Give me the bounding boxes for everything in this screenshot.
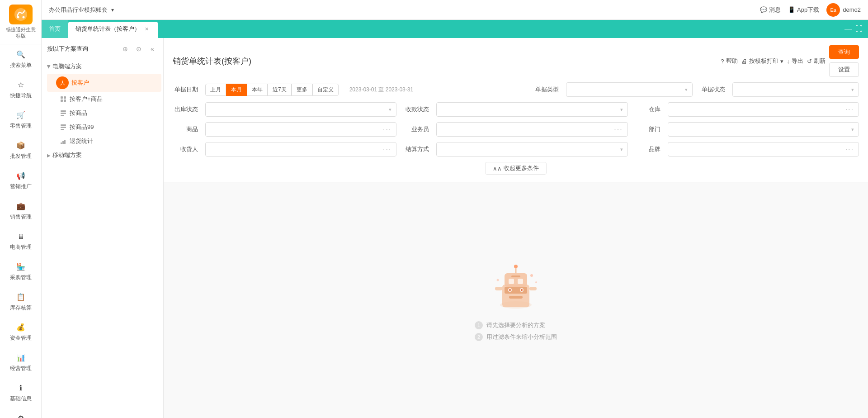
tab-close-button[interactable]: ✕: [143, 25, 150, 33]
svg-rect-4: [64, 96, 66, 99]
date-btn-last7days[interactable]: 近7天: [268, 84, 292, 96]
tree-item-by-customer[interactable]: 人 按客户: [47, 74, 161, 92]
query-buttons: 查询 设置: [829, 45, 859, 77]
by-customer-active-icon: 人: [56, 76, 69, 89]
sidebar-item-quick-nav[interactable]: ☆ 快捷导航: [0, 75, 41, 105]
date-range: 2023-03-01 至 2023-03-31: [349, 86, 413, 94]
sidebar-item-retail[interactable]: 🛒 零售管理: [0, 105, 41, 135]
filter-row-3: 商品 ··· 业务员 ··· 部门 ▾: [173, 122, 859, 137]
home-tab-label: 首页: [49, 25, 61, 33]
svg-point-32: [530, 274, 533, 277]
svg-point-1: [17, 16, 19, 19]
refresh-scheme-button[interactable]: ⊙: [133, 43, 144, 54]
user-area[interactable]: Ea demo2: [826, 3, 861, 17]
setting-button[interactable]: 设置: [829, 62, 859, 77]
doc-type-select[interactable]: ▾: [566, 82, 693, 97]
tree-item-return-stats[interactable]: 退货统计: [47, 134, 161, 148]
settle-method-select[interactable]: ▾: [436, 142, 627, 157]
sidebar-basic-label: 基础信息: [10, 395, 32, 403]
message-button[interactable]: 💬 消息: [760, 6, 781, 14]
empty-illustration: [489, 260, 543, 314]
tab-home[interactable]: 首页: [42, 20, 68, 38]
tree-item-by-customer-product[interactable]: 按客户+商品: [47, 92, 161, 106]
sidebar-search-label: 搜索菜单: [10, 62, 32, 69]
add-scheme-button[interactable]: ⊕: [120, 43, 131, 54]
logo-area: 畅捷通好生意 标版: [0, 0, 41, 44]
topbar-dropdown[interactable]: ▾: [111, 7, 114, 13]
date-btn-custom[interactable]: 自定义: [312, 84, 339, 96]
sidebar-item-search[interactable]: 🔍 搜索菜单: [0, 44, 41, 75]
salesperson-dots-icon: ···: [614, 125, 623, 133]
collapse-button[interactable]: ∧∧ 收起更多条件: [485, 162, 547, 175]
product-dots-icon: ···: [383, 125, 392, 133]
sidebar-item-marketing[interactable]: 📢 营销推广: [0, 166, 41, 196]
filter-row-2: 出库状态 ▾ 收款状态 ▾ 仓库 ···: [173, 102, 859, 117]
refresh-button[interactable]: ↺ 刷新: [807, 57, 826, 65]
date-btn-more[interactable]: 更多: [292, 84, 312, 96]
doc-status-select[interactable]: ▾: [732, 82, 859, 97]
query-button[interactable]: 查询: [829, 45, 859, 59]
empty-tips: 1 请先选择要分析的方案 2 用过滤条件来缩小分析范围: [475, 321, 557, 341]
filter-row-1: 单据日期 上月 本月 本年 近7天 更多 自定义 2023-03-01 至 20…: [173, 82, 859, 97]
tab-maximize-button[interactable]: ⛶: [855, 25, 863, 33]
content-area: 按以下方案查询 ⊕ ⊙ « ▶ 电脑端方案 人: [42, 38, 868, 418]
avatar: Ea: [826, 3, 840, 17]
salesperson-select[interactable]: ···: [436, 122, 627, 137]
app-download-icon: 📱: [788, 6, 795, 13]
receipt-status-select[interactable]: ▾: [436, 102, 627, 117]
sales-tab-label: 销货单统计表（按客户）: [75, 25, 140, 33]
export-button[interactable]: ↓ 导出: [787, 57, 804, 65]
receiver-select[interactable]: ···: [205, 142, 396, 157]
product-label: 商品: [173, 125, 198, 133]
date-btn-last-month[interactable]: 上月: [205, 84, 226, 96]
desktop-group-header[interactable]: ▶ 电脑端方案: [42, 60, 163, 73]
template-print-button[interactable]: 🖨 按模板打印 ▾: [741, 57, 783, 65]
desktop-children: 人 按客户 按客户+商品: [42, 74, 163, 148]
return-stats-icon: [60, 138, 67, 145]
sidebar-item-system[interactable]: ⚙ 系统管理: [0, 408, 41, 418]
warehouse-select[interactable]: ···: [668, 102, 859, 117]
mobile-group: ▶ 移动端方案: [42, 148, 163, 162]
tab-sales-stats[interactable]: 销货单统计表（按客户） ✕: [68, 22, 158, 38]
svg-rect-24: [495, 287, 502, 290]
sidebar-item-purchase[interactable]: 🏪 采购管理: [0, 256, 41, 287]
retail-icon: 🛒: [16, 110, 26, 120]
app-download-button[interactable]: 📱 App下载: [788, 6, 819, 14]
out-status-label: 出库状态: [173, 105, 198, 114]
sidebar-item-sales[interactable]: 💼 销售管理: [0, 196, 41, 226]
left-panel-actions: ⊕ ⊙ «: [120, 43, 158, 54]
left-panel-header: 按以下方案查询 ⊕ ⊙ «: [42, 38, 163, 58]
sidebar-item-basic[interactable]: ℹ 基础信息: [0, 378, 41, 408]
filter-area: 销货单统计表(按客户) ? 帮助 🖨 按模板打印 ▾ ↓: [164, 38, 868, 182]
tree-item-by-product99[interactable]: 按商品99: [47, 120, 161, 134]
right-panel: 销货单统计表(按客户) ? 帮助 🖨 按模板打印 ▾ ↓: [164, 38, 868, 418]
help-button[interactable]: ? 帮助: [721, 57, 737, 65]
main-area: 办公用品行业模拟账套 ▾ 💬 消息 📱 App下载 Ea demo2 首页: [42, 0, 868, 418]
logo-icon: [9, 5, 33, 24]
brand-select[interactable]: ···: [668, 142, 859, 157]
date-group: 上月 本月 本年 近7天 更多 自定义: [205, 84, 339, 96]
svg-rect-9: [61, 115, 64, 116]
sidebar-item-inventory[interactable]: 📋 库存核算: [0, 287, 41, 317]
collapse-panel-button[interactable]: «: [147, 43, 158, 54]
tree-item-by-product[interactable]: 按商品: [47, 106, 161, 120]
sidebar-item-finance[interactable]: 💰 资金管理: [0, 317, 41, 347]
svg-rect-23: [509, 296, 523, 299]
mobile-group-header[interactable]: ▶ 移动端方案: [42, 148, 163, 162]
sidebar-item-wholesale[interactable]: 📦 批发管理: [0, 135, 41, 166]
product-select[interactable]: ···: [205, 122, 396, 137]
export-icon: ↓: [787, 58, 790, 65]
svg-rect-27: [511, 276, 520, 277]
sidebar-item-ecommerce[interactable]: 🖥 电商管理: [0, 226, 41, 256]
quick-nav-icon: ☆: [16, 80, 26, 90]
operation-icon: 📊: [16, 353, 26, 363]
department-select[interactable]: ▾: [668, 122, 859, 137]
tab-minimize-button[interactable]: —: [844, 25, 852, 33]
svg-point-0: [14, 8, 27, 21]
svg-rect-15: [64, 140, 66, 144]
sidebar-item-operation[interactable]: 📊 经营管理: [0, 347, 41, 378]
svg-rect-3: [61, 96, 63, 99]
date-btn-this-year[interactable]: 本年: [247, 84, 268, 96]
date-btn-this-month[interactable]: 本月: [226, 84, 247, 96]
out-status-select[interactable]: ▾: [205, 102, 396, 117]
